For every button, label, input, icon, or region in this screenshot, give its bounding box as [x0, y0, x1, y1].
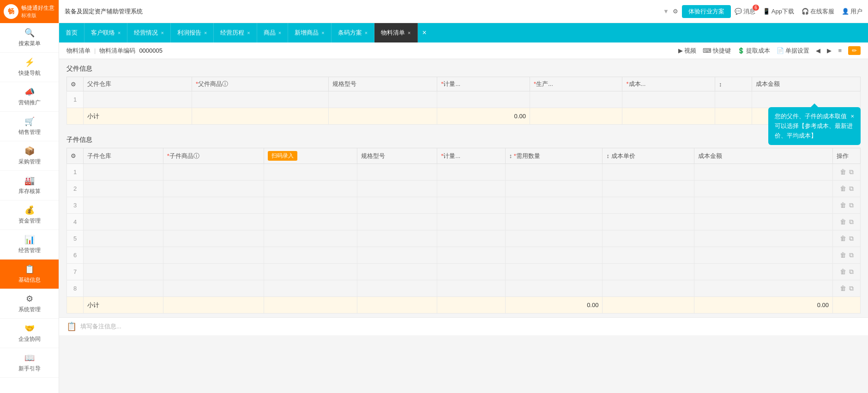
- sidebar-item-销售管理[interactable]: 🛒销售管理: [0, 112, 59, 141]
- tab-close-1[interactable]: ×: [118, 30, 121, 36]
- nav-next-btn[interactable]: ▶: [827, 47, 832, 54]
- child-cell-uprice-5[interactable]: [603, 247, 694, 264]
- copy-icon-0[interactable]: ⧉: [849, 168, 854, 176]
- message-btn[interactable]: 💬 6 消息: [735, 7, 755, 16]
- child-cell-uprice-4[interactable]: [603, 230, 694, 247]
- child-cell-spec-6[interactable]: [357, 264, 437, 280]
- child-cell-product-7[interactable]: [163, 280, 264, 297]
- child-cell-uprice-3[interactable]: [603, 214, 694, 230]
- child-cell-unit-1[interactable]: [437, 181, 505, 197]
- child-cell-uprice-1[interactable]: [603, 181, 694, 197]
- copy-icon-4[interactable]: ⧉: [849, 235, 854, 242]
- delete-icon-1[interactable]: 🗑: [840, 185, 846, 193]
- child-cell-warehouse-3[interactable]: [84, 214, 163, 230]
- copy-icon-5[interactable]: ⧉: [849, 251, 854, 259]
- child-cell-spec-1[interactable]: [357, 181, 437, 197]
- tab-2[interactable]: 经营情况×: [127, 23, 170, 42]
- tab-close-3[interactable]: ×: [204, 30, 207, 36]
- sidebar-item-系统管理[interactable]: ⚙系统管理: [0, 289, 59, 319]
- copy-icon-2[interactable]: ⧉: [849, 201, 854, 209]
- trial-btn[interactable]: 体验行业方案: [682, 5, 731, 18]
- child-cell-warehouse-1[interactable]: [84, 181, 163, 197]
- tab-close-2[interactable]: ×: [161, 30, 163, 36]
- child-cell-warehouse-7[interactable]: [84, 280, 163, 297]
- settings-doc-btn[interactable]: 📄 单据设置: [777, 47, 809, 55]
- user-btn[interactable]: 👤 用户: [842, 7, 862, 16]
- child-cell-qty-0[interactable]: [505, 164, 603, 181]
- child-cell-warehouse-6[interactable]: [84, 264, 163, 280]
- sidebar-item-营销推广[interactable]: 📣营销推广: [0, 82, 59, 112]
- parent-cell-product-1[interactable]: [192, 91, 328, 108]
- tab-5[interactable]: 商品×: [257, 23, 288, 42]
- delete-icon-0[interactable]: 🗑: [840, 168, 846, 176]
- child-cell-uprice-7[interactable]: [603, 280, 694, 297]
- tab-6[interactable]: 新增商品×: [288, 23, 331, 42]
- shortcut-btn[interactable]: ⌨ 快捷键: [703, 47, 731, 55]
- sidebar-item-搜索菜单[interactable]: 🔍搜索菜单: [0, 23, 59, 53]
- child-cell-uprice-0[interactable]: [603, 164, 694, 181]
- child-cell-product-3[interactable]: [163, 214, 264, 230]
- sidebar-item-快捷导航[interactable]: ⚡快捷导航: [0, 53, 59, 82]
- child-col-setting[interactable]: ⚙: [67, 148, 84, 164]
- delete-icon-3[interactable]: 🗑: [840, 218, 846, 226]
- copy-icon-1[interactable]: ⧉: [849, 185, 854, 193]
- child-cell-spec-7[interactable]: [357, 280, 437, 297]
- tooltip-close-btn[interactable]: ×: [850, 112, 854, 121]
- child-cell-unit-2[interactable]: [437, 197, 505, 214]
- tab-close-7[interactable]: ×: [365, 30, 368, 36]
- sidebar-item-库存核算[interactable]: 🏭库存核算: [0, 171, 59, 200]
- parent-cell-warehouse-1[interactable]: [84, 91, 192, 108]
- child-cell-warehouse-0[interactable]: [84, 164, 163, 181]
- child-cell-unit-4[interactable]: [437, 230, 505, 247]
- cost-btn[interactable]: 💲 提取成本: [737, 47, 770, 55]
- parent-cell-spec-1[interactable]: [329, 91, 437, 108]
- child-cell-product-6[interactable]: [163, 264, 264, 280]
- child-cell-warehouse-5[interactable]: [84, 247, 163, 264]
- parent-col-setting[interactable]: ⚙: [67, 77, 84, 91]
- note-placeholder[interactable]: 填写备注信息...: [80, 322, 121, 331]
- child-cell-warehouse-4[interactable]: [84, 230, 163, 247]
- child-cell-product-1[interactable]: [163, 181, 264, 197]
- tab-7[interactable]: 条码方案×: [332, 23, 374, 42]
- sidebar-item-资金管理[interactable]: 💰资金管理: [0, 200, 59, 230]
- child-cell-warehouse-2[interactable]: [84, 197, 163, 214]
- sidebar-item-采购管理[interactable]: 📦采购管理: [0, 141, 59, 171]
- child-cell-unit-7[interactable]: [437, 280, 505, 297]
- sidebar-item-企业协同[interactable]: 🤝企业协同: [0, 319, 59, 348]
- list-view-btn[interactable]: ≡: [838, 47, 842, 54]
- parent-cell-unit-1[interactable]: [437, 91, 530, 108]
- child-cell-unit-0[interactable]: [437, 164, 505, 181]
- delete-icon-7[interactable]: 🗑: [840, 284, 846, 292]
- child-cell-spec-5[interactable]: [357, 247, 437, 264]
- child-cell-qty-2[interactable]: [505, 197, 603, 214]
- child-cell-product-0[interactable]: [163, 164, 264, 181]
- delete-icon-2[interactable]: 🗑: [840, 201, 846, 209]
- copy-icon-7[interactable]: ⧉: [849, 284, 854, 292]
- sidebar-item-新手引导[interactable]: 📖新手引导: [0, 348, 59, 378]
- tab-close-4[interactable]: ×: [247, 30, 250, 36]
- copy-icon-6[interactable]: ⧉: [849, 268, 854, 276]
- child-cell-product-4[interactable]: [163, 230, 264, 247]
- copy-icon-3[interactable]: ⧉: [849, 218, 854, 226]
- child-cell-qty-7[interactable]: [505, 280, 603, 297]
- delete-icon-6[interactable]: 🗑: [840, 268, 846, 276]
- child-cell-uprice-2[interactable]: [603, 197, 694, 214]
- child-cell-spec-2[interactable]: [357, 197, 437, 214]
- scan-btn[interactable]: 扫码录入: [268, 151, 297, 161]
- tabs-close-btn[interactable]: ×: [418, 29, 431, 37]
- parent-cell-production-1[interactable]: [530, 91, 622, 108]
- tab-close-5[interactable]: ×: [278, 30, 281, 36]
- tab-4[interactable]: 经营历程×: [214, 23, 257, 42]
- breadcrumb-page[interactable]: 物料清单: [66, 47, 90, 55]
- app-download-btn[interactable]: 📱 App下载: [763, 7, 794, 16]
- online-service-btn[interactable]: 🎧 在线客服: [802, 7, 834, 16]
- tab-3[interactable]: 利润报告×: [171, 23, 214, 42]
- sidebar-item-经营管理[interactable]: 📊经营管理: [0, 230, 59, 260]
- child-cell-spec-3[interactable]: [357, 214, 437, 230]
- child-cell-unit-6[interactable]: [437, 264, 505, 280]
- tab-8[interactable]: 物料清单×: [374, 23, 417, 42]
- child-cell-product-2[interactable]: [163, 197, 264, 214]
- parent-cell-cost-1[interactable]: [622, 91, 715, 108]
- expand-icon[interactable]: ▼: [663, 8, 669, 15]
- child-cell-unit-3[interactable]: [437, 214, 505, 230]
